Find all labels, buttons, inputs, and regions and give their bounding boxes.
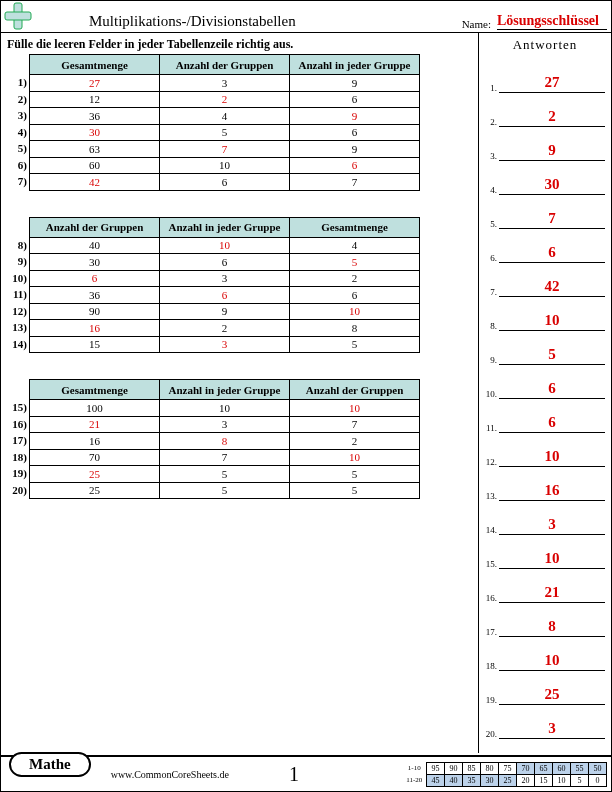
answer-item: 9.5	[485, 333, 605, 365]
table-cell: 15	[30, 336, 160, 353]
table-cell: 5	[290, 254, 420, 271]
table-cell: 40	[30, 237, 160, 254]
row-numbers: 1)2)3)4)5)6)7)	[7, 54, 29, 190]
score-cell: 65	[535, 762, 553, 774]
table-cell: 5	[290, 466, 420, 483]
table-row: 1628	[30, 320, 420, 337]
name-label: Name:	[462, 18, 491, 30]
answer-number: 2.	[485, 117, 499, 127]
row-number: 8)	[7, 237, 27, 254]
table-cell: 9	[290, 108, 420, 125]
table-cell: 8	[160, 433, 290, 450]
row-number: 15)	[7, 399, 27, 416]
row-number: 7)	[7, 173, 27, 190]
row-number: 1)	[7, 74, 27, 91]
answer-item: 3.9	[485, 129, 605, 161]
answer-number: 17.	[485, 627, 499, 637]
table-cell: 6	[290, 287, 420, 304]
answer-number: 14.	[485, 525, 499, 535]
row-numbers: 15)16)17)18)19)20)	[7, 379, 29, 498]
answer-item: 4.30	[485, 163, 605, 195]
score-grid: 1-109590858075706560555011-2045403530252…	[403, 762, 608, 787]
answer-number: 10.	[485, 389, 499, 399]
row-number: 10)	[7, 270, 27, 287]
answer-item: 20.3	[485, 707, 605, 739]
table-cell: 21	[30, 416, 160, 433]
table-cell: 27	[30, 75, 160, 92]
answer-item: 19.25	[485, 673, 605, 705]
column-header: Anzahl der Gruppen	[290, 380, 420, 400]
table-cell: 63	[30, 141, 160, 158]
answer-value: 3	[499, 516, 605, 535]
table-cell: 36	[30, 287, 160, 304]
answer-value: 25	[499, 686, 605, 705]
table-row: 632	[30, 270, 420, 287]
answer-value: 8	[499, 618, 605, 637]
data-table: GesamtmengeAnzahl in jeder GruppeAnzahl …	[29, 379, 420, 499]
table-cell: 10	[290, 400, 420, 417]
table-cell: 7	[290, 174, 420, 191]
main-column: Fülle die leeren Felder in jeder Tabelle…	[1, 33, 479, 753]
table-cell: 2	[290, 270, 420, 287]
answer-value: 10	[499, 448, 605, 467]
table-cell: 100	[30, 400, 160, 417]
answer-value: 10	[499, 550, 605, 569]
answer-number: 3.	[485, 151, 499, 161]
row-numbers: 8)9)10)11)12)13)14)	[7, 217, 29, 353]
table-row: 1535	[30, 336, 420, 353]
table-row: 1226	[30, 91, 420, 108]
table-row: 2555	[30, 466, 420, 483]
answer-number: 8.	[485, 321, 499, 331]
answer-number: 7.	[485, 287, 499, 297]
answer-value: 30	[499, 176, 605, 195]
answer-value: 2	[499, 108, 605, 127]
table-row: 40104	[30, 237, 420, 254]
answer-number: 16.	[485, 593, 499, 603]
body: Fülle die leeren Felder in jeder Tabelle…	[1, 33, 611, 753]
answers-title: Antworten	[485, 37, 605, 53]
answer-value: 42	[499, 278, 605, 297]
svg-rect-1	[5, 12, 31, 20]
table-row: 3065	[30, 254, 420, 271]
answer-number: 20.	[485, 729, 499, 739]
table-cell: 30	[30, 124, 160, 141]
answer-number: 11.	[485, 423, 499, 433]
answer-value: 9	[499, 142, 605, 161]
answer-number: 9.	[485, 355, 499, 365]
table-row: 2555	[30, 482, 420, 499]
row-number: 20)	[7, 482, 27, 499]
table-row: 4267	[30, 174, 420, 191]
table-cell: 5	[160, 124, 290, 141]
table-row: 6379	[30, 141, 420, 158]
answer-number: 13.	[485, 491, 499, 501]
column-header: Anzahl in jeder Gruppe	[290, 55, 420, 75]
score-cell: 30	[481, 774, 499, 786]
answer-item: 11.6	[485, 401, 605, 433]
table-cell: 7	[160, 141, 290, 158]
answer-item: 6.6	[485, 231, 605, 263]
table-cell: 36	[30, 108, 160, 125]
table-cell: 9	[160, 303, 290, 320]
row-number: 19)	[7, 465, 27, 482]
answers-column: Antworten 1.272.23.94.305.76.67.428.109.…	[479, 33, 611, 753]
answer-item: 7.42	[485, 265, 605, 297]
data-table: Anzahl der GruppenAnzahl in jeder Gruppe…	[29, 217, 420, 354]
score-cell: 25	[499, 774, 517, 786]
answer-number: 19.	[485, 695, 499, 705]
answer-item: 8.10	[485, 299, 605, 331]
answer-item: 17.8	[485, 605, 605, 637]
row-number: 6)	[7, 157, 27, 174]
table-block: 8)9)10)11)12)13)14)Anzahl der GruppenAnz…	[7, 217, 472, 354]
table-cell: 4	[160, 108, 290, 125]
table-cell: 6	[290, 124, 420, 141]
row-number: 9)	[7, 253, 27, 270]
score-cell: 55	[571, 762, 589, 774]
score-cell: 90	[445, 762, 463, 774]
table-cell: 16	[30, 320, 160, 337]
table-cell: 6	[290, 157, 420, 174]
row-number: 13)	[7, 319, 27, 336]
table-row: 1001010	[30, 400, 420, 417]
answer-number: 4.	[485, 185, 499, 195]
row-number: 5)	[7, 140, 27, 157]
column-header: Gesamtmenge	[290, 217, 420, 237]
